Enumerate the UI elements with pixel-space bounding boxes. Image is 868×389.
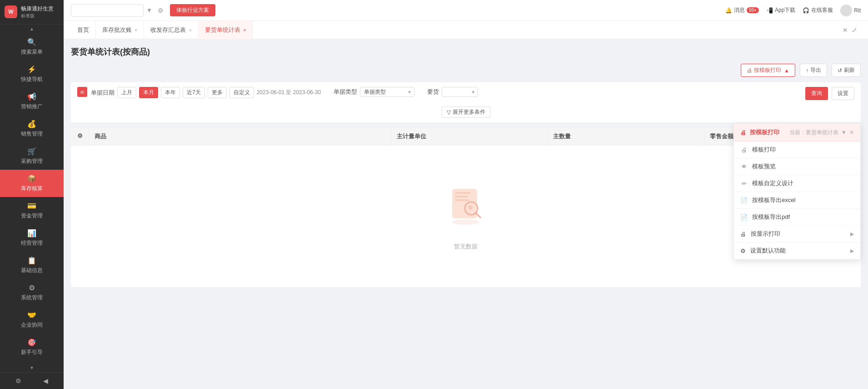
template-print-icon: 🖨 [740, 147, 748, 153]
sidebar-menu: 🔍 搜索菜单 ⚡ 快捷导航 📢 营销推广 💰 销售管理 🛒 采购管理 📦 库存核… [0, 33, 64, 364]
freight-filter-group: 要货 ▼ [427, 87, 478, 97]
tab-inventory-batch[interactable]: 库存批次账 × [96, 21, 144, 39]
trial-btn[interactable]: 体验行业方案 [170, 4, 215, 16]
date-btn-last-month[interactable]: 上月 [117, 87, 136, 98]
page-title: 要货单统计表(按商品) [71, 46, 861, 57]
refresh-icon: ↺ [838, 67, 842, 74]
logo-text: 畅康通好生意 标准版 [21, 5, 54, 19]
freight-select[interactable] [442, 87, 478, 97]
export-btn[interactable]: ↑ 导出 [800, 64, 827, 77]
printer-icon: 🖨 [747, 67, 752, 74]
export-icon: ↑ [806, 67, 808, 74]
display-print-icon: 🖨 [740, 231, 746, 237]
sidebar-item-system[interactable]: ⚙ 系统管理 [0, 279, 64, 306]
topbar-search-input[interactable] [71, 4, 144, 17]
tabbar: 首页 库存批次账 × 收发存汇总表 × 要货单统计表 × ✕ ⤢ [64, 21, 868, 39]
query-btn[interactable]: 查询 [805, 87, 828, 100]
date-btn-custom[interactable]: 自定义 [229, 87, 254, 98]
sidebar-item-inventory[interactable]: 📦 库存核算 [0, 170, 64, 197]
date-btn-this-year[interactable]: 本年 [161, 87, 180, 98]
headset-icon: 🎧 [803, 7, 809, 14]
date-btn-more[interactable]: 更多 [208, 87, 227, 98]
dropdown-header-right: 当前：要货单统计表 ▼ ✕ [789, 129, 854, 136]
set-default-chevron: ▶ [850, 248, 854, 254]
th-goods: 商品 [89, 128, 391, 145]
print-btn[interactable]: 🖨 按模板打印 ▲ [741, 64, 795, 77]
sidebar-item-sales[interactable]: 💰 销售管理 [0, 115, 64, 142]
empty-illustration [443, 182, 489, 236]
tab-close-receipt-summary[interactable]: × [189, 27, 191, 33]
sidebar: W 畅康通好生意 标准版 ▲ 🔍 搜索菜单 ⚡ 快捷导航 📢 营销推广 💰 销售… [0, 0, 64, 389]
dropdown-item-template-preview[interactable]: 👁 模板预览 [734, 158, 860, 175]
svg-point-0 [452, 219, 479, 225]
svg-point-7 [468, 205, 473, 210]
svg-rect-4 [455, 199, 469, 201]
topbar-chevron-icon[interactable]: ▼ [146, 7, 152, 14]
print-chevron-icon: ▲ [784, 67, 789, 74]
app-download-btn[interactable]: 📲 App下载 [766, 6, 795, 14]
export-pdf-icon: 📄 [740, 214, 748, 221]
page-top-actions: 🖨 按模板打印 ▲ ↑ 导出 ↺ 刷新 [71, 64, 861, 77]
sidebar-item-finance[interactable]: 💳 资金管理 [0, 197, 64, 224]
print-dropdown-menu: 🖨 按模板打印 当前：要货单统计表 ▼ ✕ 🖨 模板打印 👁 模板预览 ✏ 模 [733, 123, 861, 260]
date-range-display: 2023-06-01 至 2023-06-30 [257, 89, 321, 96]
topbar-gear-icon[interactable]: ⚙ [158, 7, 164, 14]
th-qty: 主数量 [548, 128, 704, 145]
order-type-select[interactable]: 单据类型 [360, 87, 414, 97]
tab-home[interactable]: 首页 [71, 21, 96, 39]
sidebar-item-quick-nav[interactable]: ⚡ 快捷导航 [0, 61, 64, 88]
dropdown-item-export-pdf[interactable]: 📄 按模板导出pdf [734, 209, 860, 226]
expand-more-btn[interactable]: ▽ 展开更多条件 [442, 106, 490, 118]
sidebar-item-basics[interactable]: 📋 基础信息 [0, 252, 64, 279]
settings-query-btn[interactable]: 设置 [832, 87, 854, 100]
tab-maximize-icon[interactable]: ⤢ [852, 26, 857, 34]
sidebar-item-marketing[interactable]: 📢 营销推广 [0, 88, 64, 115]
section-left-set-default: ⚙ 设置默认功能 [740, 247, 786, 255]
enterprise-icon: 🤝 [27, 311, 36, 319]
message-btn[interactable]: 🔔 消息 99+ [725, 6, 759, 14]
sidebar-item-operation[interactable]: 📊 经营管理 [0, 224, 64, 252]
refresh-btn[interactable]: ↺ 刷新 [832, 64, 861, 77]
th-settings[interactable]: ⚙ [71, 128, 89, 145]
dropdown-header-left: 🖨 按模板打印 [740, 128, 779, 136]
online-service-btn[interactable]: 🎧 在线客服 [803, 6, 833, 14]
avatar [840, 5, 852, 16]
sidebar-item-purchase[interactable]: 🛒 采购管理 [0, 142, 64, 170]
topbar-right: 🔔 消息 99+ 📲 App下载 🎧 在线客服 Rit [725, 5, 861, 16]
dropdown-item-template-print[interactable]: 🖨 模板打印 [734, 141, 860, 158]
scroll-down-btn[interactable]: ▼ [0, 364, 64, 372]
order-type-filter-group: 单据类型 单据类型 ▼ [334, 87, 414, 97]
tab-order-stats[interactable]: 要货单统计表 × [199, 21, 253, 39]
guide-icon: 🎯 [27, 338, 36, 347]
dropdown-section-set-default[interactable]: ⚙ 设置默认功能 ▶ [734, 242, 860, 259]
section-left-display-print: 🖨 按显示打印 [740, 230, 780, 238]
dropdown-item-template-design[interactable]: ✏ 模板自定义设计 [734, 175, 860, 192]
tab-close-all-icon[interactable]: ✕ [843, 26, 848, 34]
empty-text: 暂无数据 [454, 242, 478, 251]
marketing-icon: 📢 [27, 92, 36, 101]
download-icon: 📲 [766, 7, 773, 14]
logo-icon: W [5, 5, 17, 18]
tab-receipt-summary[interactable]: 收发存汇总表 × [144, 21, 198, 39]
date-btn-this-month[interactable]: 本月 [139, 87, 158, 98]
inventory-icon: 📦 [27, 174, 36, 183]
dropdown-close-icon[interactable]: ✕ [849, 129, 854, 136]
sidebar-item-guide[interactable]: 🎯 新手引导 [0, 333, 64, 361]
sidebar-logo: W 畅康通好生意 标准版 [0, 0, 64, 25]
tab-close-inventory-batch[interactable]: × [135, 27, 137, 33]
expand-chevron-icon: ▽ [447, 109, 451, 116]
scroll-up-btn[interactable]: ▲ [0, 25, 64, 33]
collapse-sidebar-btn[interactable]: ◀ [43, 377, 48, 384]
date-btn-7days[interactable]: 近7天 [183, 87, 205, 98]
dropdown-section-display-print[interactable]: 🖨 按显示打印 ▶ [734, 226, 860, 242]
filter-toggle-btn[interactable]: « [77, 87, 87, 97]
sidebar-item-enterprise[interactable]: 🤝 企业协同 [0, 306, 64, 333]
user-avatar-btn[interactable]: Rit [840, 5, 861, 16]
dropdown-item-export-excel[interactable]: 📄 按模板导出excel [734, 192, 860, 209]
tab-close-order-stats[interactable]: × [243, 27, 246, 33]
printer-dropdown-icon: 🖨 [740, 129, 746, 136]
search-icon: 🔍 [27, 38, 36, 46]
sidebar-item-search[interactable]: 🔍 搜索菜单 [0, 33, 64, 61]
dropdown-header[interactable]: 🖨 按模板打印 当前：要货单统计表 ▼ ✕ [734, 124, 860, 141]
settings-footer-btn[interactable]: ⚙ [15, 377, 21, 384]
